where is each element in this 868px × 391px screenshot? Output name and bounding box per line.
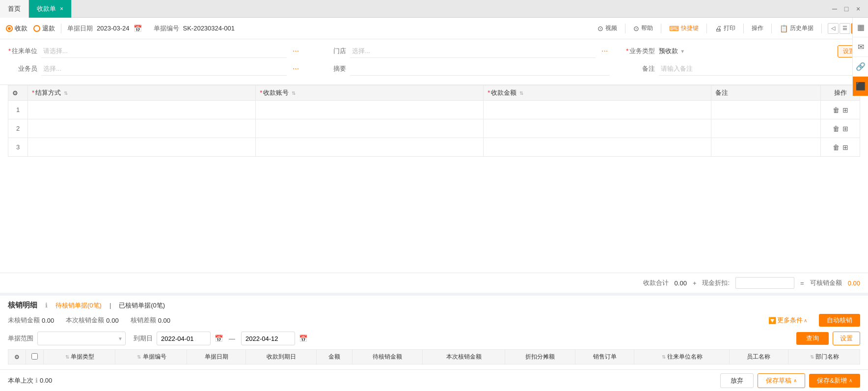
tab-pending[interactable]: 待核销单据(0笔) [55, 301, 102, 310]
sidebar-table-icon[interactable]: ▦ [853, 18, 868, 37]
calendar-icon[interactable]: 📅 [134, 25, 142, 32]
verifiable-label: 可核销金额 [810, 279, 842, 287]
history-icon: 📋 [780, 25, 788, 32]
copy-icon-1[interactable]: ⊞ [842, 106, 848, 114]
number-label: 单据编号 [154, 24, 179, 33]
video-icon: ⊙ [597, 25, 603, 32]
copy-icon-3[interactable]: ⊞ [842, 143, 848, 151]
delete-icon-2[interactable]: 🗑 [833, 125, 840, 133]
due-to-input[interactable] [241, 332, 295, 345]
biz-type-value[interactable]: 预收款 ▼ [659, 47, 685, 56]
copy-icon-2[interactable]: ⊞ [842, 125, 848, 133]
verif-col-check[interactable] [26, 350, 44, 364]
video-btn[interactable]: ⊙ 视频 [596, 23, 619, 33]
table-col-settle: *结算方式 ⇅ [28, 85, 256, 101]
current-value: 0.00 [106, 317, 118, 324]
sidebar-camera-icon[interactable]: ⬛ [853, 77, 868, 96]
row-settle-2[interactable] [28, 119, 256, 138]
form-section: *往来单位 ··· 门店 ··· *业务类型 预收款 ▼ 设置 [0, 39, 868, 85]
delete-icon-3[interactable]: 🗑 [833, 143, 840, 151]
print-btn[interactable]: 🖨 打印 [713, 23, 737, 33]
doc-range-select[interactable] [37, 332, 126, 345]
row-account-3[interactable] [256, 138, 484, 157]
right-sidebar: ▦ ✉ 🔗 ⬛ [852, 18, 868, 96]
form-row-1: *往来单位 ··· 门店 ··· *业务类型 预收款 ▼ 设置 [8, 44, 860, 58]
settings2-button[interactable]: 设置 [833, 332, 860, 345]
row-account-1[interactable] [256, 101, 484, 119]
table-col-amount: *收款金额 ⇅ [484, 85, 711, 101]
maximize-button[interactable]: □ [842, 5, 850, 13]
shop-label: 门店 [317, 47, 346, 56]
minimize-button[interactable]: ─ [831, 5, 839, 13]
row-note-3[interactable] [711, 138, 821, 157]
verif-select-all[interactable] [31, 353, 38, 360]
chevron-up-icon: ∧ [804, 318, 807, 323]
table-col-setting[interactable]: ⚙ [8, 85, 28, 101]
due-from-input[interactable] [157, 332, 211, 345]
layout-icon-list[interactable]: ☰ [840, 23, 850, 34]
layout-icon-1[interactable]: ◁ [828, 23, 839, 34]
row-note-1[interactable] [711, 101, 821, 119]
receipt-type-group: 收款 退款 [6, 24, 55, 33]
sidebar-clip-icon[interactable]: 🔗 [853, 57, 868, 77]
shop-more-btn[interactable]: ··· [599, 47, 610, 56]
biz-type-field: *业务类型 预收款 ▼ 设置 [625, 45, 860, 57]
tab-home[interactable]: 首页 [0, 0, 29, 18]
tab-receipt[interactable]: 收款单 × [29, 0, 72, 18]
table-row: 1 🗑 ⊞ [8, 101, 860, 119]
row-amount-1[interactable] [484, 101, 711, 119]
discount-input[interactable] [735, 277, 794, 289]
history-btn[interactable]: 📋 历史单据 [778, 23, 815, 33]
calendar-icon-from[interactable]: 📅 [215, 335, 223, 342]
row-settle-1[interactable] [28, 101, 256, 119]
receipt-table-container: ⚙ *结算方式 ⇅ *收款账号 ⇅ *收款金额 ⇅ 备注 [0, 85, 868, 273]
staff-input[interactable] [41, 62, 287, 76]
shop-input[interactable] [350, 44, 596, 58]
date-range-separator: — [229, 335, 235, 342]
staff-more-btn[interactable]: ··· [291, 64, 301, 73]
tab-done[interactable]: 已核销单据(0笔) [119, 301, 165, 310]
print-icon: 🖨 [715, 25, 722, 32]
help-btn[interactable]: ⊙ 帮助 [631, 23, 655, 33]
tab-close-icon[interactable]: × [60, 5, 63, 12]
window-close-button[interactable]: × [854, 5, 862, 13]
row-settle-3[interactable] [28, 138, 256, 157]
more-filter-btn[interactable]: 🔽 更多条件 ∧ [768, 316, 807, 325]
shortcut-btn[interactable]: ⌨ 快捷键 [667, 23, 701, 33]
operations-btn[interactable]: 操作 [750, 23, 765, 33]
save-new-button[interactable]: 保存&新增 ∧ [809, 374, 860, 388]
note-input[interactable] [659, 62, 860, 76]
carry-info-icon[interactable]: ℹ [35, 377, 38, 384]
row-account-2[interactable] [256, 119, 484, 138]
sidebar-mail-icon[interactable]: ✉ [853, 37, 868, 57]
verif-info-icon[interactable]: ℹ [45, 302, 48, 309]
verif-col-gear[interactable]: ⚙ [8, 350, 26, 364]
table-row: 2 🗑 ⊞ [8, 119, 860, 138]
doc-range-select-wrapper: ▼ [37, 332, 126, 345]
abandon-button[interactable]: 放弃 [720, 373, 754, 388]
partner-more-btn[interactable]: ··· [291, 47, 301, 56]
calendar-icon-to[interactable]: 📅 [299, 335, 307, 342]
form-row-2: 业务员 ··· 摘要 备注 [8, 62, 860, 76]
save-draft-button[interactable]: 保存草稿 ∧ [758, 373, 805, 388]
verif-col-sales-order: 销售订单 [575, 350, 634, 364]
summary-input[interactable] [350, 62, 610, 76]
auto-verif-button[interactable]: 自动核销 [819, 314, 860, 327]
delete-icon-1[interactable]: 🗑 [833, 106, 840, 114]
row-amount-2[interactable] [484, 119, 711, 138]
verif-col-staff: 员工名称 [729, 350, 788, 364]
row-amount-3[interactable] [484, 138, 711, 157]
carry-label: 本单上次 [8, 376, 33, 385]
due-date-label: 到期日 [134, 334, 153, 343]
shortcut-icon: ⌨ [669, 25, 679, 32]
row-note-2[interactable] [711, 119, 821, 138]
tab-divider: | [109, 302, 111, 309]
radio-refund[interactable]: 退款 [33, 24, 55, 33]
verification-section: 核销明细 ℹ 待核销单据(0笔) | 已核销单据(0笔) 未核销金额 0.00 … [0, 293, 868, 369]
partner-input[interactable] [41, 44, 287, 58]
radio-receipt[interactable]: 收款 [6, 24, 27, 33]
query-button[interactable]: 查询 [796, 332, 829, 345]
doc-range-group: 单据范围 ▼ [8, 332, 126, 345]
partner-field: *往来单位 ··· [8, 44, 301, 58]
filter-left: 单据范围 ▼ 到期日 📅 — 📅 [8, 332, 307, 345]
